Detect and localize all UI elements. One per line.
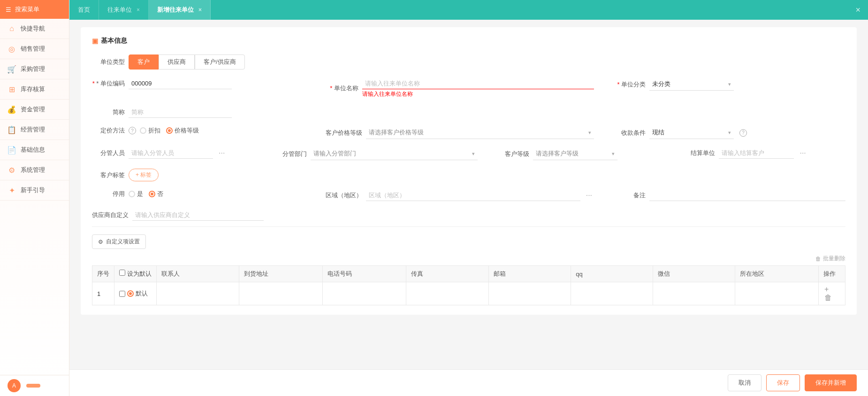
cell-email[interactable]	[488, 282, 571, 305]
col-phone: 电话号码	[323, 266, 406, 282]
region-dots-btn[interactable]: ···	[584, 191, 594, 200]
select-all-checkbox[interactable]	[119, 270, 125, 276]
tab-new-partner[interactable]: 新增往来单位 ×	[149, 0, 211, 20]
cell-contact[interactable]	[156, 282, 239, 305]
settlement-unit-input[interactable]	[719, 148, 794, 159]
custom-settings-btn[interactable]: ⚙ 自定义项设置	[92, 234, 146, 249]
remark-group: 备注	[613, 190, 845, 201]
sidebar-search[interactable]: ☰ 搜索菜单	[0, 0, 69, 19]
row-checkbox[interactable]	[119, 291, 125, 297]
tab-new-partner-close[interactable]: ×	[198, 7, 202, 13]
save-new-button[interactable]: 保存并新增	[805, 374, 857, 391]
delete-row-btn[interactable]: 🗑	[823, 294, 833, 302]
unit-type-group-wrapper: 单位类型 客户 供应商 客户/供应商	[92, 54, 845, 70]
cell-region[interactable]	[735, 282, 819, 305]
table-header-row: 序号 设为默认 联系人 到货地址 电话号码 传真 邮箱 qq 微信 所在地区	[92, 266, 845, 282]
save-button[interactable]: 保存	[766, 374, 800, 391]
customer-level-select[interactable]: 请选择客户等级 ▾	[533, 148, 617, 160]
default-label: 默认	[136, 289, 148, 298]
tab-home[interactable]: 首页	[69, 0, 99, 20]
manager-input[interactable]	[129, 148, 213, 159]
qq-input[interactable]	[576, 290, 647, 297]
sidebar-item-label: 采购管理	[21, 65, 45, 73]
row-default-radio[interactable]: 默认	[127, 289, 148, 298]
contact-input[interactable]	[161, 290, 235, 297]
batch-delete-btn[interactable]: 🗑 批量删除	[815, 255, 845, 263]
cell-wechat[interactable]	[653, 282, 735, 305]
disabled-no-radio[interactable]: 否	[149, 190, 163, 198]
sidebar-item-sales[interactable]: ◎ 销售管理	[0, 39, 69, 59]
unit-name-wrapper: 请输入往来单位名称	[362, 78, 594, 98]
user-avatar[interactable]: A	[8, 379, 21, 392]
payment-terms-select[interactable]: 现结 ▾	[649, 126, 734, 139]
add-tag-btn[interactable]: + 标签	[129, 169, 159, 181]
sidebar-item-purchase[interactable]: 🛒 采购管理	[0, 59, 69, 79]
unit-category-select[interactable]: 未分类 ▾	[649, 78, 734, 91]
fax-input[interactable]	[411, 290, 483, 297]
col-seq: 序号	[92, 266, 114, 282]
cell-seq: 1	[92, 282, 114, 305]
customer-tag-group: 客户标签 + 标签	[92, 169, 845, 181]
manager-dots-btn[interactable]: ···	[217, 149, 227, 157]
price-level-radio-circle	[166, 127, 173, 134]
customer-level-group: 客户等级 请选择客户等级 ▾	[496, 148, 673, 160]
cell-qq[interactable]	[571, 282, 653, 305]
cell-fax[interactable]	[406, 282, 488, 305]
remark-input[interactable]	[649, 190, 845, 201]
sidebar-item-system[interactable]: ⚙ 系统管理	[0, 160, 69, 180]
email-input[interactable]	[494, 290, 566, 297]
phone-input[interactable]	[327, 290, 401, 297]
sidebar-item-label: 库存核算	[21, 85, 45, 93]
cell-phone[interactable]	[323, 282, 406, 305]
disabled-yes-radio[interactable]: 是	[129, 190, 143, 198]
cancel-button[interactable]: 取消	[728, 374, 761, 391]
payment-terms-help-icon[interactable]: ?	[739, 129, 747, 137]
custom-settings-label: 自定义项设置	[106, 238, 140, 246]
tabbar-close-btn[interactable]: ×	[855, 5, 860, 15]
unit-type-customer-btn[interactable]: 客户	[129, 54, 159, 70]
supplier-custom-input[interactable]	[132, 210, 264, 221]
section-title-text: 基本信息	[101, 37, 127, 45]
discount-radio-circle	[140, 127, 146, 134]
region-cell-input[interactable]	[740, 290, 814, 297]
manager-group: 分管人员 ···	[92, 148, 255, 159]
unit-type-both-btn[interactable]: 客户/供应商	[195, 54, 245, 70]
add-row-btn[interactable]: +	[823, 285, 830, 294]
department-select[interactable]: 请输入分管部门 ▾	[311, 148, 478, 160]
unit-type-supplier-btn[interactable]: 供应商	[159, 54, 195, 70]
unit-code-input[interactable]	[129, 78, 232, 89]
sidebar-item-basic[interactable]: 📄 基础信息	[0, 140, 69, 160]
supplier-custom-row: 供应商自定义	[92, 210, 845, 221]
unit-category-chevron: ▾	[728, 81, 731, 87]
pricing-level-radio[interactable]: 价格等级	[166, 126, 199, 135]
sidebar-item-label: 新手引导	[21, 186, 45, 194]
sidebar-item-guide[interactable]: ✦ 新手引导	[0, 180, 69, 201]
region-input[interactable]	[366, 190, 580, 201]
unit-name-input[interactable]	[362, 78, 594, 89]
sidebar: ☰ 搜索菜单 ⌂ 快捷导航 ◎ 销售管理 🛒 采购管理 ⊞ 库存核算 💰 资金管…	[0, 0, 69, 396]
settlement-unit-label: 结算单位	[682, 149, 715, 157]
sidebar-item-quick-nav[interactable]: ⌂ 快捷导航	[0, 19, 69, 39]
section-divider	[92, 226, 845, 227]
address-input[interactable]	[244, 290, 318, 297]
sidebar-item-operations[interactable]: 📋 经营管理	[0, 120, 69, 140]
sidebar-item-finance[interactable]: 💰 资金管理	[0, 100, 69, 120]
customer-price-level-select[interactable]: 请选择客户价格等级 ▾	[366, 126, 594, 139]
sidebar-item-inventory[interactable]: ⊞ 库存核算	[0, 79, 69, 100]
unit-category-value: 未分类	[652, 80, 726, 88]
department-group: 分管部门 请输入分管部门 ▾	[274, 148, 478, 160]
tab-partner[interactable]: 往来单位 ×	[99, 0, 149, 20]
default-radio-circle	[127, 290, 134, 297]
pricing-help-icon[interactable]: ?	[129, 127, 136, 134]
cell-address[interactable]	[239, 282, 323, 305]
cell-default: 默认	[114, 282, 157, 305]
finance-icon: 💰	[8, 105, 16, 114]
cell-action: + 🗑	[819, 282, 845, 305]
wechat-input[interactable]	[658, 290, 730, 297]
settlement-unit-dots-btn[interactable]: ···	[798, 149, 807, 157]
pricing-radio-group: 折扣 价格等级	[140, 126, 199, 135]
tab-partner-close[interactable]: ×	[137, 7, 140, 13]
sales-icon: ◎	[8, 45, 16, 53]
short-name-input[interactable]	[129, 107, 232, 118]
pricing-discount-radio[interactable]: 折扣	[140, 126, 160, 135]
